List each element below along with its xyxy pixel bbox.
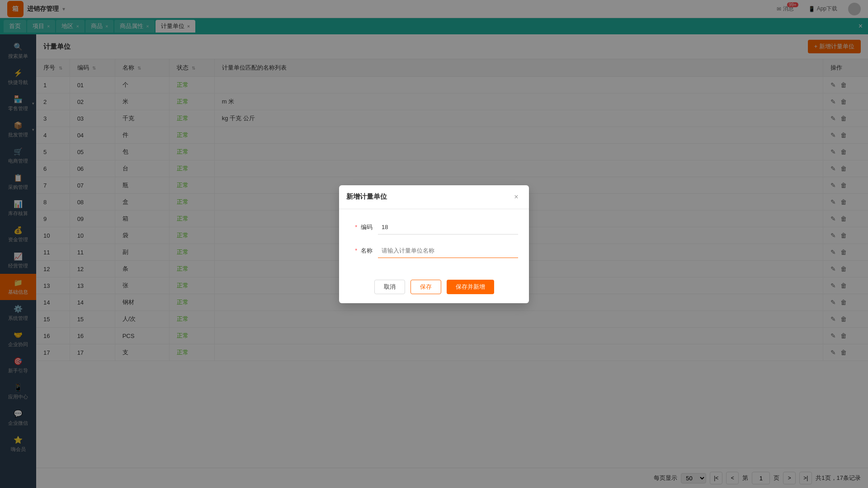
form-row-code: * 编码 — [350, 220, 518, 235]
modal-header: 新增计量单位 × — [339, 185, 529, 209]
save-button[interactable]: 保存 — [410, 280, 441, 294]
name-label: * 名称 — [350, 247, 373, 255]
name-required-mark: * — [355, 247, 357, 254]
code-label: * 编码 — [350, 223, 373, 231]
name-input[interactable] — [378, 244, 518, 258]
modal-close-btn[interactable]: × — [511, 192, 522, 202]
code-input[interactable] — [378, 220, 518, 235]
cancel-button[interactable]: 取消 — [374, 280, 405, 294]
modal-footer: 取消 保存 保存并新增 — [339, 274, 529, 303]
code-required-mark: * — [355, 224, 357, 230]
add-unit-modal: 新增计量单位 × * 编码 * 名称 取消 保存 保存并新增 — [339, 185, 529, 303]
form-row-name: * 名称 — [350, 244, 518, 258]
save-new-button[interactable]: 保存并新增 — [447, 280, 494, 294]
modal-body: * 编码 * 名称 — [339, 209, 529, 274]
modal-title: 新增计量单位 — [346, 192, 387, 201]
modal-overlay: 新增计量单位 × * 编码 * 名称 取消 保存 保存并新增 — [0, 0, 868, 488]
